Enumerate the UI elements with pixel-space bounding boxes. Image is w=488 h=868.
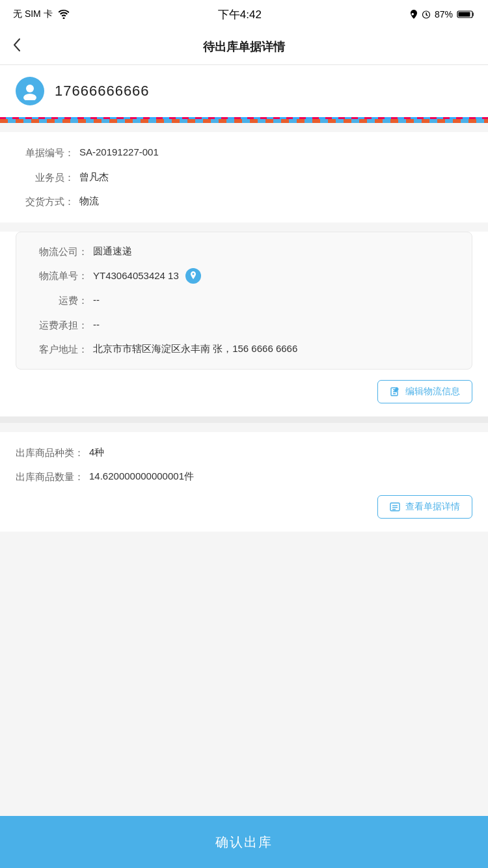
category-value: 4种: [89, 445, 472, 460]
salesman-row: 业务员： 曾凡杰: [16, 170, 472, 185]
logistics-tracking-value: YT43064053424 13: [93, 268, 459, 284]
order-no-label: 单据编号：: [16, 145, 74, 161]
confirm-button-label: 确认出库: [215, 834, 273, 851]
back-button[interactable]: [8, 33, 26, 61]
order-no-row: 单据编号： SA-20191227-001: [16, 145, 472, 161]
location-service-icon: [410, 10, 418, 19]
outbound-section: 出库商品种类： 4种 出库商品数量： 14.620000000000001件 查…: [0, 432, 488, 532]
salesman-label: 业务员：: [16, 170, 74, 185]
address-label: 客户地址：: [29, 342, 88, 357]
status-bar: 无 SIM 卡 下午4:42 87%: [0, 0, 488, 29]
customer-phone: 17666666666: [55, 83, 150, 100]
address-row: 客户地址： 北京市市辖区海淀区永丰南 张，156 6666 6666: [29, 342, 459, 357]
logistics-company-value: 圆通速递: [93, 244, 459, 259]
confirm-bar[interactable]: 确认出库: [0, 816, 488, 868]
sim-status: 无 SIM 卡: [13, 8, 53, 20]
nav-bar: 待出库单据详情: [0, 29, 488, 65]
delivery-label: 交货方式：: [16, 194, 74, 210]
wifi-icon: [58, 10, 70, 19]
logistics-tracking-row: 物流单号： YT43064053424 13: [29, 268, 459, 284]
page-title: 待出库单据详情: [203, 39, 285, 55]
quantity-row: 出库商品数量： 14.620000000000001件: [16, 469, 472, 485]
dashed-divider: [0, 119, 488, 123]
status-time: 下午4:42: [218, 7, 262, 22]
status-right: 87%: [410, 9, 475, 20]
edit-logistics-btn-container: 编辑物流信息: [16, 380, 472, 403]
address-value: 北京市市辖区海淀区永丰南 张，156 6666 6666: [93, 342, 459, 357]
delivery-row: 交货方式： 物流: [16, 194, 472, 210]
freight-bear-label: 运费承担：: [29, 318, 88, 333]
order-no-value: SA-20191227-001: [79, 145, 472, 160]
edit-logistics-label: 编辑物流信息: [405, 386, 460, 398]
category-label: 出库商品种类：: [16, 445, 84, 461]
status-left: 无 SIM 卡: [13, 8, 70, 20]
customer-header: 17666666666: [0, 65, 488, 119]
salesman-value: 曾凡杰: [79, 170, 472, 185]
freight-value: --: [93, 293, 459, 308]
freight-bear-value: --: [93, 318, 459, 332]
alarm-icon: [422, 10, 431, 19]
view-detail-btn-container: 查看单据详情: [16, 495, 472, 519]
category-row: 出库商品种类： 4种: [16, 445, 472, 461]
battery-percent: 87%: [435, 9, 453, 20]
freight-label: 运费：: [29, 293, 88, 308]
delivery-value: 物流: [79, 194, 472, 209]
logistics-company-row: 物流公司： 圆通速递: [29, 244, 459, 260]
svg-rect-2: [458, 12, 470, 17]
view-detail-button[interactable]: 查看单据详情: [377, 495, 472, 519]
basic-info-section: 单据编号： SA-20191227-001 业务员： 曾凡杰 交货方式： 物流: [0, 132, 488, 223]
battery-icon: [457, 10, 475, 19]
edit-icon: [390, 387, 400, 397]
list-icon: [390, 502, 400, 512]
tracking-location-icon[interactable]: [185, 268, 201, 284]
content: 17666666666 单据编号： SA-20191227-001 业务员： 曾…: [0, 65, 488, 720]
quantity-label: 出库商品数量：: [16, 469, 84, 485]
view-detail-label: 查看单据详情: [405, 501, 460, 513]
freight-bear-row: 运费承担： --: [29, 318, 459, 333]
svg-point-4: [23, 94, 36, 100]
logistics-card: 物流公司： 圆通速递 物流单号： YT43064053424 13 运费： --: [16, 232, 472, 370]
logistics-tracking-label: 物流单号：: [29, 268, 88, 284]
freight-row: 运费： --: [29, 293, 459, 308]
gray-divider: [0, 416, 488, 423]
quantity-value: 14.620000000000001件: [89, 469, 472, 484]
edit-logistics-button[interactable]: 编辑物流信息: [377, 380, 472, 403]
logistics-company-label: 物流公司：: [29, 244, 88, 260]
avatar: [16, 77, 44, 105]
svg-point-3: [26, 85, 34, 92]
logistics-section: 物流公司： 圆通速递 物流单号： YT43064053424 13 运费： --: [0, 232, 488, 416]
bottom-spacer: [0, 532, 488, 662]
